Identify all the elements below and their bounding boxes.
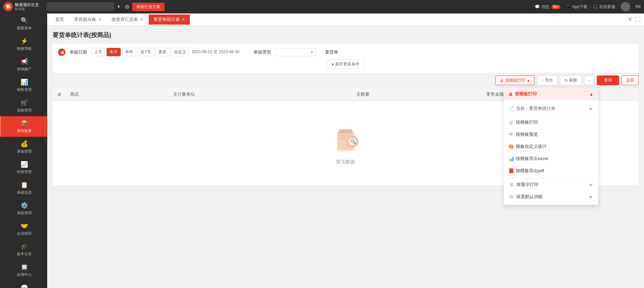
- app-download-item[interactable]: 📱 App下载: [566, 4, 587, 10]
- sidebar-item-11[interactable]: 🎓新手引导: [0, 239, 47, 260]
- display-print-section[interactable]: 🖥 按显示打印 ▶: [504, 179, 598, 191]
- sidebar-icon-9: ⚙️: [21, 202, 28, 209]
- logo-sub: 标准版: [15, 7, 39, 11]
- filter-this-year[interactable]: 本年: [122, 48, 136, 56]
- message-icon: 💬: [535, 4, 540, 9]
- print-dropdown-body: 📄 当前：要货单统计表 ▶ 🖨 按模板打印 👁 按模板预览: [504, 100, 598, 205]
- refresh-button[interactable]: ↻ 刷新: [560, 75, 582, 85]
- content-area: 首页库存批次账✕收发存汇总表✕要货单统计表✕ ✕ ⛶ 要货单统计表(按商品) ◀…: [47, 13, 644, 288]
- col-quantity: 主数量: [352, 88, 482, 101]
- sidebar-item-9[interactable]: ⚙️系统管理: [0, 198, 47, 219]
- screen-icon: 🖥: [509, 182, 514, 187]
- tab-close-2[interactable]: ✕: [140, 17, 143, 22]
- tab-3[interactable]: 要货单统计表✕: [149, 14, 190, 25]
- sidebar-icon-6: 💰: [21, 140, 28, 148]
- sidebar-icon-10: 🤝: [21, 222, 28, 230]
- sidebar-item-0[interactable]: 🔍搜索菜单: [0, 13, 47, 34]
- query-button[interactable]: 查询: [597, 75, 619, 85]
- print-dropdown-title: 🖨 按模板打印: [508, 91, 537, 97]
- tab-bar: 首页库存批次账✕收发存汇总表✕要货单统计表✕ ✕ ⛶: [47, 13, 644, 26]
- tab-label-0: 首页: [55, 17, 64, 23]
- online-service-item[interactable]: 🎧 在线客服: [593, 4, 615, 10]
- tab-0[interactable]: 首页: [51, 14, 69, 25]
- tab-label-2: 收发存汇总表: [112, 17, 138, 23]
- logo-text: 畅康通好生意 标准版: [15, 2, 39, 11]
- tab-label-3: 要货单统计表: [153, 17, 180, 23]
- default-settings-section[interactable]: ⚙ 设置默认功能 ▶: [504, 191, 598, 203]
- printer-icon-3: 🖨: [508, 120, 513, 125]
- sidebar-item-7[interactable]: 📈经营管理: [0, 157, 47, 178]
- filter-custom[interactable]: 自定义: [171, 48, 189, 56]
- tab-2[interactable]: 收发存汇总表✕: [107, 14, 148, 25]
- sidebar-item-3[interactable]: 📊销售管理: [0, 75, 47, 96]
- template-export-pdf-item[interactable]: 📕 按模板导出pdf: [504, 165, 598, 177]
- trial-button[interactable]: 体验行业方案: [132, 3, 165, 11]
- sidebar-icon-1: ⚡: [21, 37, 28, 45]
- current-template-item[interactable]: 📄 当前：要货单统计表 ▶: [504, 102, 598, 115]
- doc-icon: 📄: [508, 106, 514, 111]
- sidebar-item-5[interactable]: 📦库存核算: [0, 116, 47, 137]
- sidebar-label-12: 应用中心: [17, 272, 32, 277]
- page-title: 要货单统计表(按商品): [53, 31, 639, 39]
- print-label: 按模板打印: [505, 77, 525, 83]
- template-print-item[interactable]: 🖨 按模板打印: [504, 116, 598, 128]
- chevron-right-icon-2: ▶: [590, 182, 593, 187]
- tab-close-3[interactable]: ✕: [182, 17, 185, 22]
- gear-icon[interactable]: ⚙: [125, 4, 129, 10]
- sidebar-label-7: 经营管理: [17, 169, 32, 174]
- sidebar-item-2[interactable]: 📢营销推广: [0, 55, 47, 75]
- sidebar-icon-8: 📋: [21, 181, 28, 189]
- filter-this-month[interactable]: 本月: [107, 48, 121, 56]
- app-download-label: App下载: [572, 4, 587, 10]
- refresh-icon: ↻: [564, 78, 568, 83]
- empty-icon: 🔍: [329, 121, 362, 155]
- template-export-excel-item[interactable]: 📊 按模板导出excel: [504, 153, 598, 165]
- sidebar-label-2: 营销推广: [17, 67, 32, 72]
- template-preview-item[interactable]: 👁 按模板预览: [504, 128, 598, 140]
- filter-7days[interactable]: 近7天: [138, 48, 154, 56]
- sidebar-item-12[interactable]: 🔲应用中心: [0, 260, 47, 281]
- type-label: 单据类型: [254, 49, 271, 55]
- type-select[interactable]: [275, 48, 316, 56]
- close-button[interactable]: ✕: [627, 16, 633, 23]
- sidebar: 🔍搜索菜单⚡快捷导航📢营销推广📊销售管理🛒采购管理📦库存核算💰资金管理📈经营管理…: [0, 13, 47, 288]
- tab-1[interactable]: 库存批次账✕: [69, 14, 106, 25]
- dropdown-button[interactable]: ▼: [117, 4, 121, 9]
- sidebar-item-4[interactable]: 🛒采购管理: [0, 96, 47, 116]
- export-label: 导出: [545, 77, 553, 83]
- template-design-item[interactable]: 🎨 模板自定义设计: [504, 140, 598, 153]
- tab-label-1: 库存批次账: [74, 17, 96, 23]
- col-settings[interactable]: ⚙: [53, 88, 66, 101]
- avatar[interactable]: [621, 2, 630, 11]
- filter-more[interactable]: 更多: [155, 48, 170, 56]
- sidebar-item-1[interactable]: ⚡快捷导航: [0, 34, 47, 55]
- search-input[interactable]: [47, 2, 114, 11]
- sidebar-item-8[interactable]: 📋基础信息: [0, 178, 47, 198]
- more-button[interactable]: ···: [584, 76, 594, 85]
- messages-item[interactable]: 💬 消息 99+: [535, 4, 560, 10]
- tab-close-1[interactable]: ✕: [98, 17, 101, 22]
- dropdown-close-icon[interactable]: ▲: [589, 92, 593, 97]
- main-layout: 🔍搜索菜单⚡快捷导航📢营销推广📊销售管理🛒采购管理📦库存核算💰资金管理📈经营管理…: [0, 13, 644, 288]
- collapse-btn[interactable]: ◀: [58, 49, 65, 56]
- logo-main: 畅康通好生意: [15, 2, 39, 7]
- sidebar-item-13[interactable]: 💬企业微信: [0, 281, 47, 288]
- settings-button[interactable]: 设置: [622, 75, 639, 85]
- expand-btn[interactable]: ▾ 展开更多条件: [327, 60, 364, 69]
- sidebar-item-10[interactable]: 🤝企业协同: [0, 219, 47, 239]
- date-filter-buttons: 上月 本月 本年 近7天 更多 自定义 2023-06-01 至 2023-06…: [91, 48, 239, 56]
- sidebar-label-3: 销售管理: [17, 87, 32, 92]
- sidebar-icon-12: 🔲: [21, 263, 28, 271]
- page-content: 要货单统计表(按商品) ◀ 单据日期 上月 本月 本年 近7天 更多 自定义 2…: [47, 26, 644, 288]
- svg-rect-6: [340, 135, 348, 136]
- export-button[interactable]: ↑ 导出: [537, 75, 557, 85]
- filter-last-month[interactable]: 上月: [91, 48, 105, 56]
- chevron-right-icon: ▶: [590, 106, 593, 111]
- sidebar-item-6[interactable]: 💰资金管理: [0, 137, 47, 157]
- expand-icon[interactable]: ⛶: [635, 17, 641, 23]
- sidebar-label-5: 库存核算: [17, 128, 32, 133]
- sidebar-label-9: 系统管理: [17, 211, 32, 216]
- print-button[interactable]: 🖨 按模板打印 ▲: [495, 75, 534, 85]
- col-unit: 主计量单位: [169, 88, 352, 101]
- filter-area: ◀ 单据日期 上月 本月 本年 近7天 更多 自定义 2023-06-01 至 …: [53, 44, 639, 73]
